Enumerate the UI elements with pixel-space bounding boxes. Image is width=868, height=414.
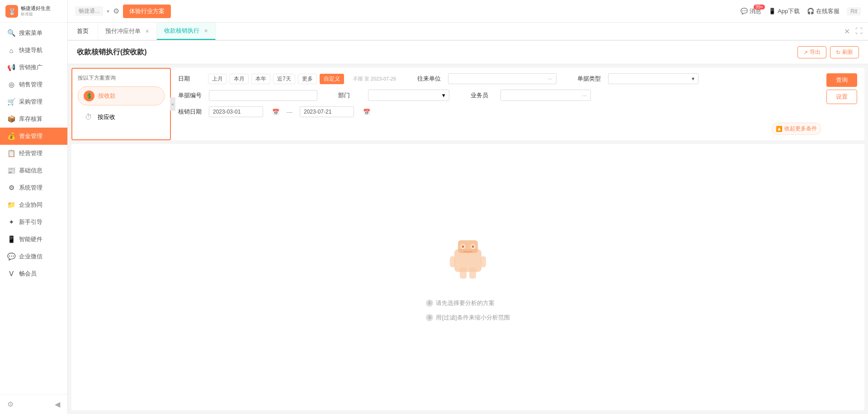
sidebar-item-search[interactable]: 🔍 搜索菜单	[0, 24, 67, 42]
date-this-month-btn[interactable]: 本月	[230, 74, 249, 84]
home-icon: ⌂	[7, 47, 15, 54]
finance-icon: 💰	[7, 132, 15, 140]
sidebar-item-member[interactable]: Ⅴ 畅会员	[0, 265, 67, 282]
sidebar-item-guide[interactable]: ✦ 新手引导	[0, 214, 67, 231]
solution-button[interactable]: 体验行业方案	[123, 5, 171, 18]
refresh-button[interactable]: ↻ 刷新	[830, 46, 859, 58]
basic-icon: 📰	[7, 167, 15, 175]
date-range-separator: —	[287, 109, 292, 115]
tab-home[interactable]: 首页	[68, 23, 98, 40]
sidebar-item-label: 采购管理	[19, 98, 42, 106]
sidebar-item-label: 销售管理	[19, 81, 42, 89]
sidebar-item-label: 企业协同	[19, 201, 42, 209]
tab-receipt-offset[interactable]: 收款核销执行 ✕	[157, 23, 216, 40]
offset-date-end-input[interactable]	[300, 106, 354, 117]
close-all-tabs-icon[interactable]: ✕	[844, 27, 850, 36]
offset-date-start-input[interactable]	[209, 106, 263, 117]
collapse-left-panel-button[interactable]: «	[170, 97, 175, 111]
sidebar-item-purchase[interactable]: 🛒 采购管理	[0, 93, 67, 110]
query-button[interactable]: 查询	[826, 73, 857, 87]
online-service-button[interactable]: 🎧 在线客服	[807, 7, 840, 15]
settings-bottom-icon[interactable]: ⚙	[7, 400, 14, 409]
calendar-start-icon[interactable]: 📅	[272, 109, 279, 115]
date-7days-btn[interactable]: 近7天	[273, 74, 295, 84]
filter-actions: 查询 设置	[826, 73, 857, 104]
staff-input[interactable]: ···	[500, 90, 591, 101]
sidebar-item-wechat[interactable]: 💬 企业微信	[0, 248, 67, 265]
chevron-down-icon: ▾	[107, 8, 109, 14]
dept-select[interactable]: ▾	[368, 90, 449, 101]
sidebar-item-sales[interactable]: ◎ 销售管理	[0, 76, 67, 93]
sidebar-item-marketing[interactable]: 📢 营销推广	[0, 59, 67, 76]
page-header: 收款核销执行(按收款) ↗ 导出 ↻ 刷新	[68, 41, 868, 64]
message-icon: 💬	[741, 8, 748, 14]
tab-prepay-close-icon[interactable]: ✕	[145, 29, 149, 34]
tabbar-right: ✕ ⛶	[839, 23, 868, 40]
sidebar-item-label: 新手引导	[19, 218, 42, 226]
sidebar-item-collab[interactable]: 📁 企业协同	[0, 196, 67, 214]
system-icon: ⚙	[7, 184, 15, 192]
tab-prepay[interactable]: 预付冲应付单 ✕	[98, 23, 157, 40]
svg-rect-1	[450, 256, 455, 267]
filter-row-3: 核销日期 📅 — 📅	[178, 106, 821, 117]
sidebar-item-basic[interactable]: 📰 基础信息	[0, 162, 67, 179]
date-last-month-btn[interactable]: 上月	[208, 74, 227, 84]
svg-rect-4	[469, 267, 476, 279]
collapse-more-conditions-button[interactable]: 🔼 收起更多条件	[772, 123, 821, 135]
chevron-down-icon: ▾	[692, 76, 694, 82]
filter-by-receipt-label: 按收款	[98, 92, 116, 100]
sidebar-item-system[interactable]: ⚙ 系统管理	[0, 179, 67, 196]
tip-text-2: 用[过滤]条件来缩小分析范围	[436, 312, 509, 324]
counterpart-input[interactable]: ···	[448, 73, 557, 84]
logo-name: 畅捷通好生意	[21, 5, 51, 11]
tab-receipt-offset-close-icon[interactable]: ✕	[204, 28, 208, 34]
filter-panel-right: 日期 上月 本月 本年 近7天 更多 自定义 不限 至 2023-07-26	[171, 68, 864, 140]
sidebar-item-hardware[interactable]: 📱 智能硬件	[0, 231, 67, 248]
filter-row-1: 日期 上月 本月 本年 近7天 更多 自定义 不限 至 2023-07-26	[178, 73, 821, 84]
app-download-button[interactable]: 📱 App下载	[769, 7, 800, 15]
sidebar-item-label: 营销推广	[19, 63, 42, 71]
collapse-sidebar-icon[interactable]: ◀	[55, 400, 60, 409]
date-custom-btn[interactable]: 自定义	[320, 74, 344, 84]
filter-by-receipt[interactable]: 💲 按收款	[78, 86, 165, 105]
sidebar-item-label: 企业微信	[19, 252, 42, 261]
staff-dots-icon[interactable]: ···	[582, 92, 587, 99]
empty-illustration	[441, 231, 495, 292]
date-no-limit: 不限 至 2023-07-26	[353, 76, 396, 82]
logo-icon: 🐰	[5, 5, 18, 18]
sidebar-item-inventory[interactable]: 📦 库存核算	[0, 110, 67, 128]
svg-point-9	[472, 245, 474, 248]
doc-type-select[interactable]: ▾	[608, 73, 698, 84]
sidebar-item-label: 经营管理	[19, 149, 42, 157]
tip-num-2: ②	[426, 314, 433, 321]
counterpart-dots-icon[interactable]: ···	[548, 76, 552, 82]
sidebar-item-shortcut[interactable]: ⌂ 快捷导航	[0, 42, 67, 59]
purchase-icon: 🛒	[7, 98, 15, 106]
export-button[interactable]: ↗ 导出	[797, 46, 826, 58]
svg-rect-2	[481, 256, 486, 267]
gear-icon[interactable]: ⚙	[113, 7, 119, 15]
expand-icon[interactable]: ⛶	[855, 27, 863, 35]
setting-button[interactable]: 设置	[826, 90, 857, 104]
sidebar-item-business[interactable]: 📋 经营管理	[0, 145, 67, 162]
refresh-icon: ↻	[836, 49, 840, 56]
page-actions: ↗ 导出 ↻ 刷新	[797, 46, 859, 58]
counterpart-label: 往来单位	[417, 75, 441, 83]
chevron-down-icon: ▾	[442, 92, 445, 99]
calendar-end-icon[interactable]: 📅	[363, 109, 370, 115]
staff-label: 业务员	[471, 91, 493, 100]
hardware-icon: 📱	[7, 235, 15, 243]
doc-no-input[interactable]	[209, 90, 317, 101]
sidebar-item-finance[interactable]: 💰 资金管理	[0, 128, 67, 145]
message-badge: 99+	[754, 5, 765, 10]
sidebar-item-label: 库存核算	[19, 115, 42, 123]
date-more-btn[interactable]: 更多	[298, 74, 317, 84]
message-button[interactable]: 💬 消息 99+	[741, 7, 761, 15]
user-name: Rit	[847, 7, 861, 15]
date-this-year-btn[interactable]: 本年	[251, 74, 270, 84]
tab-home-label: 首页	[77, 27, 89, 35]
guide-icon: ✦	[7, 218, 15, 226]
filter-by-receivable[interactable]: ⏱ 按应收	[78, 108, 165, 126]
sidebar-item-label: 智能硬件	[19, 235, 42, 243]
main-content: 畅捷通... ▾ ⚙ 体验行业方案 💬 消息 99+ 📱 App下载 🎧 在线客…	[68, 0, 868, 414]
